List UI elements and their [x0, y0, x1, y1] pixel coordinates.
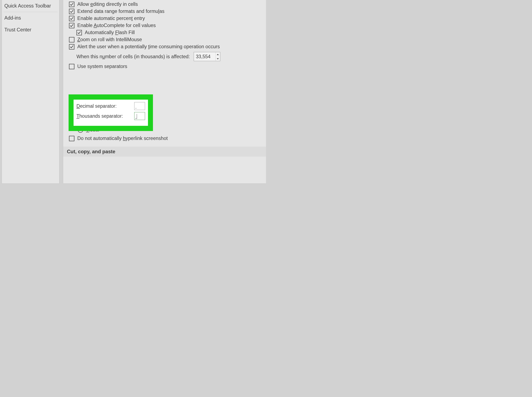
thousands-separator-input[interactable]: ,	[134, 112, 145, 120]
option-label: Enable AutoComplete for cell values	[77, 23, 156, 28]
highlight-annotation: Decimal separator: . Thousands separator…	[69, 94, 153, 131]
option-label: Use system separators	[77, 64, 127, 69]
option-cells-affected: When this number of cells (in thousands)…	[77, 52, 266, 61]
svg-marker-0	[217, 54, 219, 55]
thousands-separator-label: Thousands separator:	[77, 113, 134, 119]
option-alert-time-consuming: Alert the user when a potentially time c…	[69, 44, 266, 50]
option-label: Zoom on roll with IntelliMouse	[77, 37, 142, 43]
option-label: Extend data range formats and formulas	[77, 8, 164, 14]
sidebar-item-quick-access-toolbar[interactable]: Quick Access Toolbar	[2, 0, 59, 12]
checkbox-use-system-separators[interactable]	[69, 64, 74, 69]
option-label: Enable automatic percent entry	[77, 16, 145, 21]
options-content: Allow editing directly in cells Extend d…	[63, 0, 266, 184]
checkbox-extend-range[interactable]	[69, 9, 74, 14]
thousands-separator-row: Thousands separator: ,	[77, 112, 145, 120]
option-use-system-separators: Use system separators	[69, 64, 266, 69]
checkbox-no-autolink-screenshot[interactable]	[69, 136, 74, 141]
option-label: Automatically Flash Fill	[85, 30, 135, 35]
option-auto-percent: Enable automatic percent entry	[69, 16, 266, 21]
section-header-cut-copy-paste: Cut, copy, and paste	[63, 147, 266, 157]
option-autocomplete: Enable AutoComplete for cell values	[69, 23, 266, 28]
cells-affected-value[interactable]: 33,554	[194, 52, 216, 61]
decimal-separator-row: Decimal separator: .	[77, 102, 145, 110]
option-allow-editing: Allow editing directly in cells	[69, 1, 266, 7]
options-sidebar: Quick Access Toolbar Add-ins Trust Cente…	[2, 0, 60, 184]
cells-affected-label: When this number of cells (in thousands)…	[77, 54, 190, 59]
checkbox-autocomplete[interactable]	[69, 23, 74, 28]
decimal-separator-input[interactable]: .	[134, 102, 145, 110]
option-no-autolink-screenshot: Do not automatically hyperlink screensho…	[69, 136, 266, 141]
checkbox-auto-percent[interactable]	[69, 16, 74, 21]
spin-down-icon[interactable]	[216, 56, 220, 61]
cells-affected-spinbox[interactable]: 33,554	[194, 52, 220, 61]
sidebar-item-add-ins[interactable]: Add-ins	[2, 12, 59, 24]
option-label: Allow editing directly in cells	[77, 1, 138, 7]
option-extend-range: Extend data range formats and formulas	[69, 8, 266, 14]
checkbox-zoom-intellimouse[interactable]	[69, 37, 74, 43]
sidebar-item-trust-center[interactable]: Trust Center	[2, 24, 59, 36]
decimal-separator-label: Decimal separator:	[77, 103, 134, 109]
checkbox-flash-fill[interactable]	[77, 30, 82, 35]
option-label: Do not automatically hyperlink screensho…	[77, 136, 168, 141]
checkbox-alert-time-consuming[interactable]	[69, 44, 74, 50]
checkbox-allow-editing[interactable]	[69, 2, 74, 7]
spin-up-icon[interactable]	[216, 52, 220, 56]
svg-marker-1	[217, 58, 219, 59]
option-zoom-intellimouse: Zoom on roll with IntelliMouse	[69, 37, 266, 43]
option-flash-fill: Automatically Flash Fill	[77, 30, 266, 35]
option-label: Alert the user when a potentially time c…	[77, 44, 220, 50]
